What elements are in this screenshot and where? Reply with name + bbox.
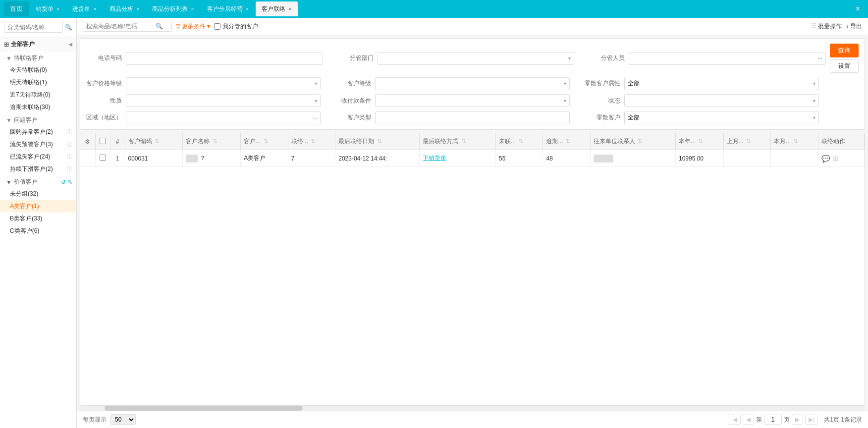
refresh-icon[interactable]: ↺ — [61, 179, 66, 186]
group-problem[interactable]: ▼ 问题客户 — [0, 113, 76, 126]
sidebar-item-churned[interactable]: 已流失客户(24) ⓘ — [0, 151, 76, 163]
col-no-contact[interactable]: 未联... ⇅ — [496, 133, 543, 150]
chevron-pay-icon: ▾ — [564, 98, 566, 104]
tab-analysis[interactable]: 商品分析 × — [104, 1, 145, 16]
search-input[interactable] — [86, 23, 156, 30]
region-input[interactable] — [126, 111, 309, 124]
region-more-btn[interactable]: ··· — [309, 111, 321, 124]
col-level[interactable]: 客户... ⇅ — [241, 133, 288, 150]
settings-button[interactable]: 设置 — [830, 59, 859, 73]
query-button[interactable]: 查询 — [830, 44, 859, 57]
tab-analysis-list[interactable]: 商品分析列表 × — [146, 1, 200, 16]
sidebar-search-input[interactable] — [4, 22, 63, 33]
my-customer-checkbox[interactable] — [214, 23, 220, 30]
col-last-date[interactable]: 最后联络日期 ⇅ — [335, 133, 420, 150]
sidebar-item-unclassified[interactable]: 未分组(32) — [0, 188, 76, 200]
tab-customer-tier[interactable]: 客户分层经营 × — [201, 1, 255, 16]
sidebar-item-repurchase-abnormal[interactable]: 回购异常客户(2) ⓘ — [0, 126, 76, 138]
close-tab-customer-contact[interactable]: × — [288, 6, 291, 12]
group-pending-contact[interactable]: ▼ 待联络客户 — [0, 52, 76, 64]
sort-lm-icon: ⇅ — [461, 138, 466, 145]
filter-actions: 查询 设置 — [830, 44, 859, 73]
filter-retail-attr: 零散客户属性 全部 ▾ — [585, 77, 819, 90]
dept-select[interactable]: ▾ — [378, 52, 575, 65]
col-last-month[interactable]: 上月... ⇅ — [723, 133, 770, 150]
price-grade-select[interactable]: ▾ — [126, 77, 321, 90]
manager-input[interactable] — [629, 52, 814, 65]
group-value[interactable]: ▼ 价值客户 ↺ ✎ — [0, 175, 76, 188]
sort-name-icon: ⇅ — [213, 138, 217, 145]
col-gear[interactable]: ⚙ — [80, 133, 95, 150]
col-overdue[interactable]: 逾期... ⇅ — [543, 133, 590, 150]
close-tab-purchase[interactable]: × — [93, 6, 96, 12]
close-tab-customer-tier[interactable]: × — [246, 6, 249, 12]
edit-icon[interactable]: ✎ — [67, 179, 72, 186]
sidebar-item-class-b[interactable]: B类客户(33) — [0, 213, 76, 225]
col-this-year[interactable]: 本年... ⇅ — [675, 133, 723, 150]
last-page-btn[interactable]: ▶| — [805, 415, 818, 425]
tab-home[interactable]: 首页 — [4, 1, 29, 16]
scrollbar-thumb[interactable] — [105, 406, 303, 411]
sidebar-item-7days[interactable]: 近7天待联络(0) — [0, 89, 76, 101]
next-page-btn[interactable]: ▶ — [792, 415, 803, 425]
tab-customer-contact[interactable]: 客户联络 × — [256, 1, 297, 16]
close-tab-sales[interactable]: × — [56, 6, 59, 12]
sort-code-icon: ⇅ — [155, 138, 160, 145]
batch-op-button[interactable]: ☰ 批量操作 — [811, 22, 842, 31]
tab-sales[interactable]: 销货单 × — [30, 1, 65, 16]
export-button[interactable]: ↓ 导出 — [846, 22, 862, 31]
chat-icon[interactable]: 💬 — [821, 155, 830, 162]
status-select[interactable]: ▾ — [624, 94, 819, 107]
sidebar-item-churn-warning[interactable]: 流失预警客户(3) ⓘ — [0, 138, 76, 151]
sidebar-item-tomorrow[interactable]: 明天待联络(1) — [0, 76, 76, 89]
col-last-method[interactable]: 最后联络方式 ⇅ — [420, 133, 496, 150]
payment-select[interactable]: ▾ — [375, 94, 570, 107]
filter-row-3: 性质 ▾ 收付款条件 ▾ 状态 — [86, 94, 859, 107]
sort-od-icon: ⇅ — [566, 138, 571, 145]
name-color-block — [186, 155, 198, 162]
top-nav: 首页 销货单 × 进货单 × 商品分析 × 商品分析列表 × 客户分层经营 × … — [0, 0, 868, 18]
col-this-month[interactable]: 本月... ⇅ — [771, 133, 818, 150]
arrow-down-icon-3: ▼ — [6, 179, 12, 186]
col-code[interactable]: 客户编码 ⇅ — [125, 133, 183, 150]
sidebar-collapse-icon[interactable]: ◀ — [68, 42, 72, 47]
col-contact-person[interactable]: 往来单位联系人 ⇅ — [590, 133, 675, 150]
horizontal-scrollbar[interactable] — [80, 406, 865, 411]
more-filter-btn[interactable]: ▽ 更多条件 ▾ — [176, 22, 210, 31]
customer-type-label: 客户类型 — [335, 113, 375, 122]
all-customers-header[interactable]: ⊞ 全部客户 ◀ — [0, 37, 76, 52]
page-size-select[interactable]: 50 100 200 — [110, 414, 136, 425]
row-contact-person — [590, 150, 675, 167]
sidebar-item-overdue[interactable]: 逾期未联络(30) — [0, 101, 76, 113]
page-input[interactable] — [764, 415, 782, 425]
row-select-checkbox[interactable] — [100, 155, 106, 161]
close-all-btn[interactable]: × — [852, 4, 864, 13]
manager-label: 分管人员 — [589, 54, 629, 62]
last-method-link[interactable]: 下销货单 — [423, 155, 446, 161]
phone-input[interactable] — [126, 52, 323, 65]
sidebar-search-icon[interactable]: 🔍 — [65, 24, 72, 31]
qr-icon[interactable]: ⊞ — [833, 155, 839, 162]
close-tab-analysis[interactable]: × — [136, 6, 139, 12]
tab-purchase[interactable]: 进货单 × — [66, 1, 102, 16]
customer-type-input[interactable] — [375, 111, 570, 124]
select-all-checkbox[interactable] — [100, 138, 106, 144]
manager-more-btn[interactable]: ··· — [814, 52, 826, 65]
sidebar-item-today[interactable]: 今天待联络(0) — [0, 64, 76, 76]
sidebar-item-declining[interactable]: 持续下滑客户(2) ⓘ — [0, 163, 76, 175]
first-page-btn[interactable]: |◀ — [728, 415, 741, 425]
info-icon-2: ⓘ — [67, 141, 72, 148]
prev-page-btn[interactable]: ◀ — [743, 415, 754, 425]
search-icon[interactable]: 🔍 — [156, 23, 163, 30]
customer-grade-select[interactable]: ▾ — [375, 77, 570, 90]
retail-customer-select[interactable]: 全部 ▾ — [624, 111, 819, 124]
close-tab-analysis-list[interactable]: × — [191, 6, 194, 12]
region-label: 区域（地区） — [86, 113, 126, 122]
col-name[interactable]: 客户名称 ⇅ — [183, 133, 241, 150]
retail-attr-select[interactable]: 全部 ▾ — [624, 77, 819, 90]
sidebar-item-class-a[interactable]: A类客户(1) — [0, 200, 76, 213]
sidebar-item-class-c[interactable]: C类客户(6) — [0, 225, 76, 237]
nature-select[interactable]: ▾ — [126, 94, 321, 107]
col-contact-count[interactable]: 联络... ⇅ — [288, 133, 335, 150]
filter-phone: 电话号码 — [86, 52, 323, 65]
